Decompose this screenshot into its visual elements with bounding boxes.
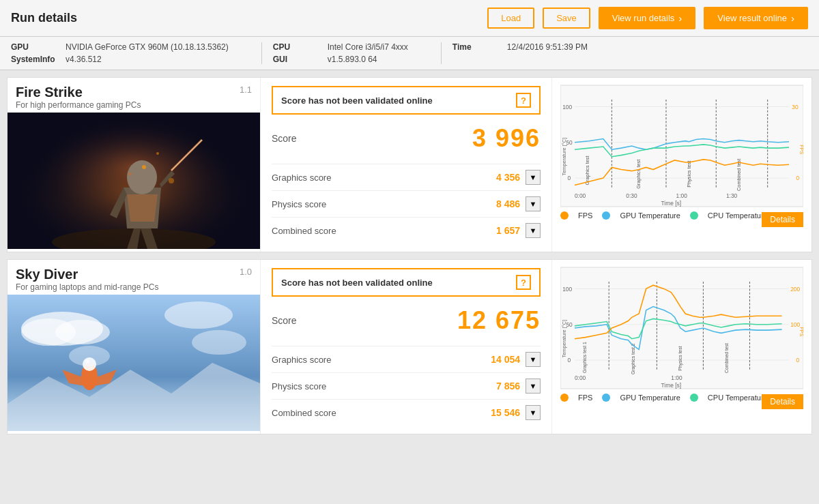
top-bar: Run details Load Save View run details ›… (0, 0, 819, 37)
cpu-info-col: CPU Intel Core i3/i5/i7 4xxx GUI v1.5.89… (273, 42, 408, 64)
fps-legend-dot (560, 211, 569, 220)
card-header-sky-diver: Sky Diver For gaming laptops and mid-ran… (8, 260, 260, 295)
cpu-value: Intel Core i3/i5/i7 4xxx (328, 42, 408, 52)
benchmark-subtitle-sky-diver: For gaming laptops and mid-range PCs (16, 282, 158, 292)
svg-text:0:00: 0:00 (575, 374, 586, 381)
svg-text:200: 200 (790, 286, 800, 293)
card-right-fire-strike: 100 50 0 30 0 Graphics test Graphics tes… (552, 78, 811, 252)
page-title: Run details (11, 11, 77, 25)
card-left-sky-diver: Sky Diver For gaming laptops and mid-ran… (8, 260, 260, 434)
load-button[interactable]: Load (487, 8, 534, 29)
gpu-label: GPU (11, 42, 60, 52)
score-row-1: Physics score 7 856 ▼ (272, 372, 541, 399)
gui-value: v1.5.893.0 64 (328, 55, 377, 64)
time-info-col: Time 12/4/2016 9:51:39 PM (452, 42, 588, 64)
svg-point-15 (129, 173, 132, 175)
svg-text:Graphics test: Graphics test (584, 155, 590, 185)
expand-btn-2[interactable]: ▼ (526, 405, 541, 420)
time-value: 12/4/2016 9:51:39 PM (507, 42, 588, 52)
svg-text:Time [s]: Time [s] (661, 200, 681, 207)
svg-marker-10 (127, 194, 158, 222)
expand-btn-0[interactable]: ▼ (526, 170, 541, 185)
svg-text:Time [s]: Time [s] (661, 382, 681, 389)
arrow-icon: › (791, 12, 794, 24)
validation-box-fire-strike: Score has not been validated online ? (272, 86, 541, 115)
main-score-row-sky-diver: Score 12 675 (272, 306, 541, 335)
svg-text:FPS: FPS (799, 327, 803, 336)
svg-text:0:30: 0:30 (626, 192, 637, 199)
benchmark-subtitle-fire-strike: For high performance gaming PCs (16, 100, 141, 110)
gpu-temp-legend-dot (602, 394, 610, 402)
fps-legend-label: FPS (578, 211, 592, 220)
save-button[interactable]: Save (543, 8, 590, 29)
card-middle-fire-strike: Score has not been validated online ? Sc… (260, 78, 552, 252)
view-result-online-button[interactable]: View result online › (704, 7, 808, 29)
svg-text:1:00: 1:00 (671, 374, 682, 381)
benchmark-card-fire-strike: Fire Strike For high performance gaming … (7, 77, 812, 252)
gui-label: GUI (273, 55, 322, 64)
details-button-fire-strike[interactable]: Details (762, 212, 803, 227)
details-button-sky-diver[interactable]: Details (762, 394, 803, 409)
main-score-row-fire-strike: Score 3 996 (272, 124, 541, 153)
svg-point-45 (164, 301, 233, 329)
svg-point-44 (55, 320, 110, 344)
score-row-1: Physics score 8 486 ▼ (272, 190, 541, 217)
cpu-temp-legend-dot (690, 211, 698, 220)
svg-text:Temperature [°C]: Temperature [°C] (561, 138, 567, 175)
svg-point-46 (192, 330, 246, 355)
sysinfo-label: SystemInfo (11, 55, 60, 64)
svg-text:Graphics test: Graphics test (635, 160, 642, 189)
chart-area-fire-strike: 100 50 0 30 0 Graphics test Graphics tes… (560, 85, 803, 207)
sysinfo-row: SystemInfo v4.36.512 (11, 55, 229, 64)
svg-text:Physics test: Physics test (686, 161, 692, 188)
gpu-temp-legend-label: GPU Temperature (620, 211, 680, 220)
svg-text:0: 0 (796, 175, 800, 181)
card-left-fire-strike: Fire Strike For high performance gaming … (8, 78, 260, 252)
gpu-temp-legend-dot (602, 211, 610, 220)
time-row: Time 12/4/2016 9:51:39 PM (452, 42, 588, 52)
fps-legend-dot (560, 394, 569, 402)
expand-btn-1[interactable]: ▼ (526, 379, 541, 394)
chart-area-sky-diver: 100 50 0 200 100 0 Graphics test 1 Graph… (560, 267, 803, 389)
svg-text:100: 100 (562, 286, 572, 293)
question-button-fire-strike[interactable]: ? (516, 93, 531, 108)
svg-point-16 (169, 178, 174, 183)
gui-row: GUI v1.5.893.0 64 (273, 55, 408, 64)
view-run-details-button[interactable]: View run details › (599, 7, 696, 29)
cpu-row: CPU Intel Core i3/i5/i7 4xxx (273, 42, 408, 52)
svg-point-9 (127, 160, 157, 194)
gpu-temp-legend-label: GPU Temperature (620, 394, 680, 402)
expand-btn-1[interactable]: ▼ (526, 196, 541, 211)
svg-text:Physics test: Physics test (678, 346, 683, 370)
fps-legend-label: FPS (578, 394, 592, 402)
gpu-row: GPU NVIDIA GeForce GTX 960M (10.18.13.53… (11, 42, 229, 52)
question-button-sky-diver[interactable]: ? (516, 275, 531, 290)
benchmark-card-sky-diver: Sky Diver For gaming laptops and mid-ran… (7, 259, 812, 434)
gpu-info-col: GPU NVIDIA GeForce GTX 960M (10.18.13.53… (11, 42, 229, 64)
card-middle-sky-diver: Score has not been validated online ? Sc… (260, 260, 552, 434)
arrow-icon: › (678, 12, 682, 24)
svg-point-14 (156, 152, 159, 155)
card-image-sky-diver (8, 295, 260, 431)
cpu-label: CPU (273, 42, 322, 52)
cpu-temp-legend-label: CPU Temperature (708, 211, 768, 220)
svg-text:Graphics test 2: Graphics test 2 (631, 343, 636, 374)
cpu-temp-legend-label: CPU Temperature (708, 394, 768, 402)
card-right-sky-diver: 100 50 0 200 100 0 Graphics test 1 Graph… (552, 260, 811, 434)
validation-text-sky-diver: Score has not been validated online (281, 278, 433, 288)
score-row-0: Graphics score 4 356 ▼ (272, 164, 541, 190)
score-label-fire-strike: Score (272, 133, 297, 144)
score-label-sky-diver: Score (272, 315, 297, 326)
svg-text:100: 100 (562, 104, 572, 110)
gpu-value: NVIDIA GeForce GTX 960M (10.18.13.5362) (66, 42, 229, 52)
svg-text:0: 0 (567, 175, 571, 181)
cpu-temp-legend-dot (690, 394, 698, 402)
svg-text:Graphics test 1: Graphics test 1 (582, 342, 588, 373)
card-image-fire-strike (8, 113, 260, 249)
expand-btn-0[interactable]: ▼ (526, 352, 541, 367)
time-label: Time (452, 42, 502, 52)
expand-btn-2[interactable]: ▼ (526, 223, 541, 238)
svg-text:Temperature [°C]: Temperature [°C] (561, 320, 567, 357)
svg-text:0:00: 0:00 (575, 192, 586, 199)
system-info-bar: GPU NVIDIA GeForce GTX 960M (10.18.13.53… (0, 37, 819, 70)
